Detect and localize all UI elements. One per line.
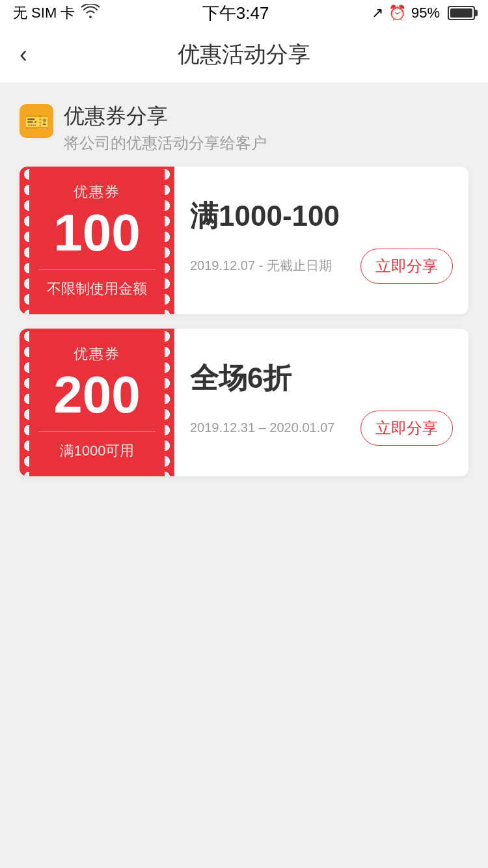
back-button[interactable]: ‹ [20,41,27,68]
status-right: ↗ ⏰ 95% [372,5,475,21]
coupon-value-2: 200 [53,369,140,421]
coupon-card-2: 优惠券 200 满1000可用 全场6折 2019.12.31 – 2020.0… [20,329,468,476]
coupon-name-2: 全场6折 [190,359,453,398]
coupon-right-1: 满1000-100 2019.12.07 - 无截止日期 立即分享 [174,167,468,314]
coupon-label-1: 优惠券 [74,182,120,202]
bottom-fill [0,489,488,815]
status-time: 下午3:47 [202,2,269,25]
coupon-card-1: 优惠券 100 不限制使用金额 满1000-100 2019.12.07 - 无… [20,167,468,314]
coupon-condition-1: 不限制使用金额 [47,279,147,299]
nav-bar: ‹ 优惠活动分享 [0,26,488,83]
coupon-value-1: 100 [53,207,140,259]
section-subtitle: 将公司的优惠活动分享给客户 [64,133,267,154]
coupon-divider-2 [38,431,156,432]
location-icon: ↗ [372,5,383,21]
status-bar: 无 SIM 卡 下午3:47 ↗ ⏰ 95% [0,0,488,26]
share-button-1[interactable]: 立即分享 [360,249,453,284]
coupon-bottom-1: 2019.12.07 - 无截止日期 立即分享 [190,249,453,284]
alarm-icon: ⏰ [388,5,406,21]
coupon-divider-1 [38,269,156,270]
coupon-condition-2: 满1000可用 [60,441,135,461]
coupon-left-2: 优惠券 200 满1000可用 [20,329,174,476]
section-title: 优惠券分享 [64,103,267,130]
carrier-text: 无 SIM 卡 [13,3,75,23]
share-button-2[interactable]: 立即分享 [360,411,453,446]
coupon-list: 优惠券 100 不限制使用金额 满1000-100 2019.12.07 - 无… [0,167,488,489]
coupon-emoji-icon: 🎫 [25,110,49,133]
page-title: 优惠活动分享 [178,40,310,70]
coupon-bottom-2: 2019.12.31 – 2020.01.07 立即分享 [190,411,453,446]
section-header: 🎫 优惠券分享 将公司的优惠活动分享给客户 [0,83,488,167]
coupon-right-2: 全场6折 2019.12.31 – 2020.01.07 立即分享 [174,329,468,476]
status-left: 无 SIM 卡 [13,3,100,23]
coupon-date-2: 2019.12.31 – 2020.01.07 [190,420,334,435]
battery-icon [448,6,475,20]
section-text: 优惠券分享 将公司的优惠活动分享给客户 [64,103,267,154]
coupon-name-1: 满1000-100 [190,197,453,236]
battery-percent: 95% [411,5,440,21]
coupon-date-1: 2019.12.07 - 无截止日期 [190,257,332,275]
wifi-icon [81,4,100,22]
coupon-label-2: 优惠券 [74,344,120,364]
coupon-left-1: 优惠券 100 不限制使用金额 [20,167,174,314]
section-icon: 🎫 [20,104,53,138]
